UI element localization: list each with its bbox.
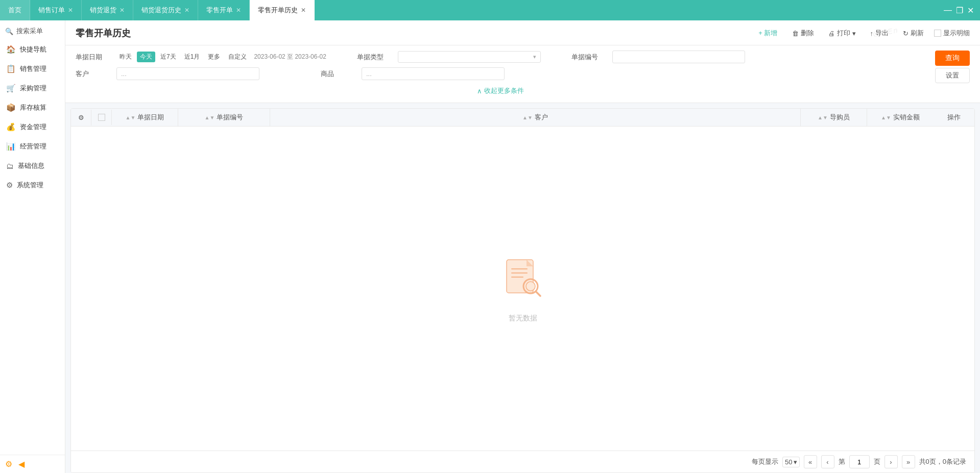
- finance-icon: 💰: [6, 122, 16, 132]
- date-btn-yesterday[interactable]: 昨天: [116, 52, 135, 62]
- page-header: 零售开单历史 + 新增 🗑 删除 🖨 打印 ▾ ↑: [65, 20, 980, 45]
- th-gear[interactable]: ⚙: [71, 110, 91, 126]
- close-tab-sales-return[interactable]: ✕: [119, 7, 125, 14]
- order-no-input[interactable]: [612, 51, 745, 63]
- th-date: ▲▼ 单据日期: [112, 109, 178, 126]
- date-btn-1month[interactable]: 近1月: [181, 52, 203, 62]
- date-filter-label: 单据日期: [76, 53, 106, 62]
- order-type-label: 单据类型: [357, 53, 388, 62]
- collapse-sidebar-icon[interactable]: ◀: [18, 459, 25, 469]
- home-icon: 🏠: [6, 45, 16, 54]
- sidebar-item-system-mgmt[interactable]: ⚙ 系统管理: [0, 176, 65, 195]
- minimize-button[interactable]: —: [944, 6, 952, 15]
- toolbar-actions: + 新增 🗑 删除 🖨 打印 ▾ ↑ 导出: [754, 27, 970, 40]
- print-arrow-icon: ▾: [852, 30, 856, 37]
- refresh-button[interactable]: ↻ 刷新: [899, 27, 928, 40]
- basic-info-icon: 🗂: [6, 162, 14, 170]
- order-type-select[interactable]: ▾: [398, 51, 541, 63]
- th-checkbox[interactable]: [91, 110, 112, 125]
- sidebar-bottom: ⚙ ◀: [0, 455, 65, 473]
- display-column-checkbox[interactable]: [934, 30, 941, 37]
- customer-filter-label: 客户: [76, 69, 106, 79]
- first-page-button[interactable]: «: [804, 455, 817, 468]
- empty-state: 暂无数据: [71, 127, 974, 451]
- close-tab-sales-return-history[interactable]: ✕: [184, 7, 189, 14]
- product-filter-label: 商品: [321, 69, 351, 79]
- sort-icon-order-no[interactable]: ▲▼: [205, 115, 215, 120]
- close-tab-retail-open[interactable]: ✕: [236, 7, 241, 14]
- content-area: 零售开单历史 + 新增 🗑 删除 🖨 打印 ▾ ↑: [65, 20, 980, 473]
- table-header: ⚙ ▲▼ 单据日期 ▲▼ 单据编号 ▲▼ 客户 ▲▼: [71, 109, 974, 127]
- total-records-text: 共0页，0条记录: [919, 457, 966, 466]
- sort-icon-date[interactable]: ▲▼: [126, 115, 136, 120]
- sidebar-item-basic-info[interactable]: 🗂 基础信息: [0, 156, 65, 176]
- date-filter-buttons: 昨天 今天 近7天 近1月 更多 自定义 2023-06-02 至 2023-0…: [116, 52, 326, 62]
- sort-icon-guide[interactable]: ▲▼: [818, 115, 828, 120]
- export-icon: ↑: [870, 30, 874, 37]
- page-size-arrow-icon: ▾: [794, 458, 797, 466]
- more-conditions-button[interactable]: ∧ 收起更多条件: [471, 84, 530, 97]
- restore-button[interactable]: ❐: [956, 6, 963, 15]
- filter-section: 单据日期 昨天 今天 近7天 近1月 更多 自定义 2023-06-02 至 2…: [65, 45, 980, 103]
- table-area: ⚙ ▲▼ 单据日期 ▲▼ 单据编号 ▲▼ 客户 ▲▼: [70, 108, 975, 473]
- page-size-select[interactable]: 50 ▾: [782, 457, 799, 467]
- system-icon: ⚙: [6, 181, 13, 190]
- th-guide: ▲▼ 导购员: [801, 109, 867, 126]
- prev-page-button[interactable]: ‹: [821, 455, 834, 468]
- next-page-button[interactable]: ›: [885, 455, 898, 468]
- delete-icon: 🗑: [792, 30, 799, 37]
- close-tab-sales-order[interactable]: ✕: [68, 7, 73, 14]
- tab-sales-return[interactable]: 销货退货 ✕: [82, 0, 133, 20]
- sidebar-item-purchase-mgmt[interactable]: 🛒 采购管理: [0, 79, 65, 98]
- sidebar-search[interactable]: 🔍 搜索采单: [0, 20, 65, 40]
- search-button[interactable]: 查询: [935, 51, 970, 66]
- sidebar-item-quick-nav[interactable]: 🏠 快捷导航: [0, 40, 65, 59]
- order-no-label: 单据编号: [571, 53, 602, 62]
- filter-row-2: 客户 ... 商品 ...: [76, 67, 925, 80]
- current-page-input[interactable]: [849, 455, 870, 468]
- select-all-checkbox[interactable]: [98, 114, 105, 121]
- inventory-icon: 📦: [6, 103, 16, 112]
- sidebar: 🔍 搜索采单 🏠 快捷导航 📋 销售管理 🛒 采购管理 📦 库存核算 💰 资金管…: [0, 20, 65, 473]
- th-customer: ▲▼ 客户: [270, 109, 801, 126]
- sidebar-item-operations-mgmt[interactable]: 📊 经营管理: [0, 137, 65, 156]
- svg-point-6: [526, 282, 535, 291]
- close-button[interactable]: ✕: [967, 6, 974, 15]
- delete-button[interactable]: 🗑 删除: [788, 27, 818, 40]
- display-column-toggle[interactable]: 显示明细: [934, 29, 970, 38]
- product-select[interactable]: ...: [362, 67, 505, 80]
- filter-action-buttons: 查询 设置: [935, 51, 970, 83]
- setting-button[interactable]: 设置: [935, 68, 970, 83]
- sales-icon: 📋: [6, 64, 16, 73]
- window-actions: — ❐ ✕: [938, 6, 980, 15]
- date-btn-more[interactable]: 更多: [205, 52, 223, 62]
- gear-icon: ⚙: [78, 114, 84, 121]
- print-icon: 🖨: [828, 30, 835, 37]
- order-type-arrow-icon: ▾: [533, 54, 536, 60]
- pagination-bar: 每页显示 50 ▾ « ‹ 第 页 › » 共0页，0条记录: [71, 451, 974, 472]
- close-tab-retail-open-history[interactable]: ✕: [301, 7, 306, 14]
- last-page-button[interactable]: »: [902, 455, 915, 468]
- sidebar-item-sales-mgmt[interactable]: 📋 销售管理: [0, 59, 65, 79]
- date-btn-today[interactable]: 今天: [137, 52, 155, 62]
- page-size-label: 每页显示: [752, 457, 778, 466]
- tab-sales-order[interactable]: 销售订单 ✕: [30, 0, 82, 20]
- settings-gear-icon[interactable]: ⚙: [5, 459, 12, 469]
- sidebar-item-finance-mgmt[interactable]: 💰 资金管理: [0, 117, 65, 137]
- print-button[interactable]: 🖨 打印 ▾: [824, 27, 860, 40]
- date-btn-7days[interactable]: 近7天: [157, 52, 179, 62]
- tab-retail-open[interactable]: 零售开单 ✕: [198, 0, 250, 20]
- customer-select[interactable]: ...: [116, 67, 259, 80]
- date-range-display: 2023-06-02 至 2023-06-02: [254, 53, 326, 61]
- operations-icon: 📊: [6, 142, 16, 151]
- tab-retail-open-history[interactable]: 零售开单历史 ✕: [250, 0, 315, 20]
- new-button[interactable]: + 新增: [754, 27, 781, 40]
- sort-icon-customer[interactable]: ▲▼: [522, 115, 533, 120]
- date-btn-custom[interactable]: 自定义: [225, 52, 250, 62]
- sidebar-item-inventory[interactable]: 📦 库存核算: [0, 98, 65, 117]
- tab-sales-return-history[interactable]: 销货退货历史 ✕: [133, 0, 198, 20]
- tab-home[interactable]: 首页: [0, 0, 30, 20]
- sort-icon-amount[interactable]: ▲▼: [881, 115, 891, 120]
- export-button[interactable]: ↑ 导出: [866, 27, 893, 40]
- purchase-icon: 🛒: [6, 84, 16, 93]
